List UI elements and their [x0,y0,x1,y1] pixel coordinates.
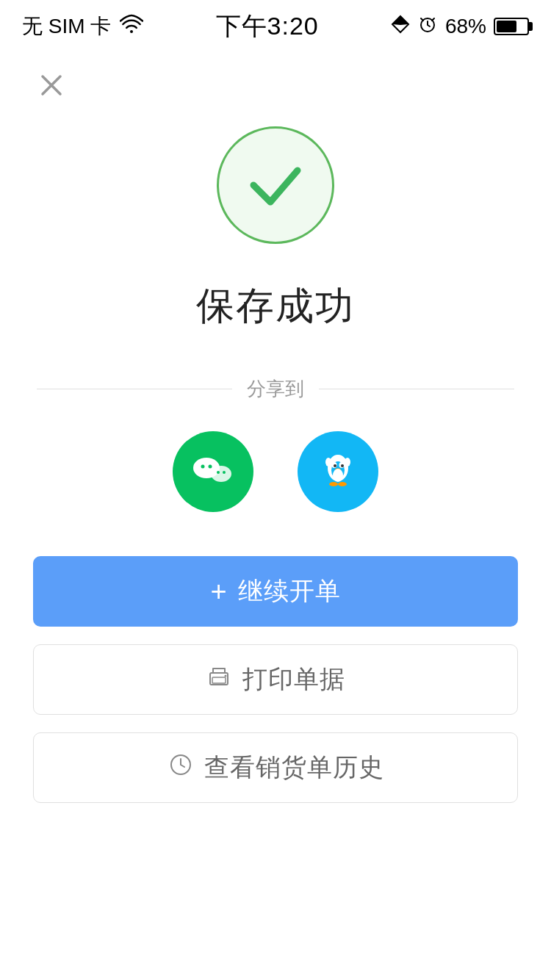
svg-point-8 [223,471,226,474]
wifi-icon [120,12,143,41]
svg-point-7 [217,471,220,474]
svg-point-17 [345,458,350,466]
success-circle [217,126,334,244]
svg-point-14 [341,464,344,467]
continue-label: 继续开单 [238,574,341,608]
status-bar: 无 SIM 卡 下午3:20 [0,0,551,53]
svg-point-4 [211,466,231,482]
battery-pct: 68% [445,15,486,38]
history-label: 查看销货单历史 [204,751,384,785]
no-sim-label: 无 SIM 卡 [22,12,111,40]
battery-icon [494,18,529,35]
print-button[interactable]: 打印单据 [33,644,518,715]
print-label: 打印单据 [242,663,345,696]
share-line-left [37,389,232,389]
continue-button[interactable]: + 继续开单 [33,556,518,627]
main-content: 保存成功 分享到 [0,53,551,803]
share-line-right [319,389,514,389]
status-right: 68% [391,14,529,40]
status-time: 下午3:20 [216,10,319,43]
share-section: 分享到 [0,376,551,512]
svg-point-6 [209,465,212,469]
status-left: 无 SIM 卡 [22,12,143,41]
share-label: 分享到 [247,376,304,402]
printer-icon [206,663,232,696]
svg-rect-22 [212,677,226,683]
wechat-icon [187,446,239,497]
share-divider-row: 分享到 [0,376,551,402]
alarm-icon [417,14,438,40]
checkmark-icon [242,152,309,218]
svg-point-5 [201,465,205,469]
svg-point-18 [329,482,338,486]
button-section: + 继续开单 打印单据 查看销货单历史 [33,556,518,803]
plus-icon: + [210,576,227,608]
svg-point-20 [333,469,343,482]
location-icon [391,15,410,39]
svg-point-13 [334,464,336,467]
close-button[interactable] [29,63,73,107]
svg-point-16 [325,458,331,466]
svg-point-23 [225,675,227,677]
share-icons [173,431,378,512]
history-button[interactable]: 查看销货单历史 [33,732,518,803]
qq-icon [312,446,364,497]
success-title: 保存成功 [196,281,355,332]
qq-share-button[interactable] [298,431,378,512]
wechat-share-button[interactable] [173,431,253,512]
svg-point-19 [338,482,347,486]
history-icon [168,752,194,784]
